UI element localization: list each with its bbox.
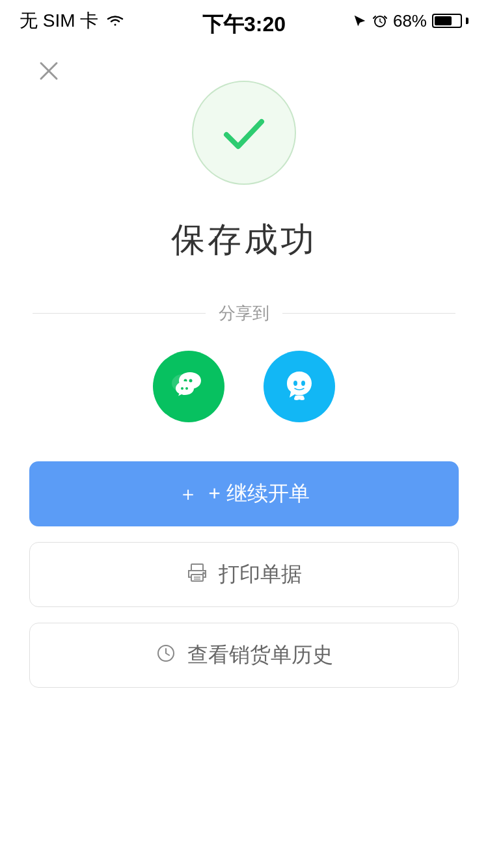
- history-button[interactable]: 查看销货单历史: [29, 623, 459, 688]
- status-time: 下午3:20: [202, 10, 286, 39]
- qq-share-button[interactable]: [264, 351, 335, 422]
- share-label: 分享到: [219, 302, 269, 325]
- location-icon: [353, 14, 367, 28]
- close-button[interactable]: [33, 55, 65, 87]
- continue-button[interactable]: ＋ + 继续开单: [29, 461, 459, 526]
- divider-right: [282, 313, 455, 314]
- plus-icon: ＋: [178, 481, 198, 508]
- status-right: 68%: [353, 11, 468, 31]
- battery-icon: [432, 14, 468, 28]
- svg-point-8: [293, 381, 297, 386]
- success-title: 保存成功: [171, 217, 317, 263]
- status-bar: 无 SIM 卡 下午3:20 68%: [0, 0, 488, 42]
- svg-point-5: [189, 379, 193, 383]
- svg-point-10: [289, 384, 294, 388]
- action-buttons: ＋ + 继续开单 打印单据: [29, 461, 459, 688]
- no-sim-text: 无 SIM 卡: [20, 8, 98, 33]
- printer-icon: [186, 562, 208, 588]
- svg-point-7: [185, 387, 188, 390]
- continue-label: + 继续开单: [208, 480, 310, 508]
- svg-rect-13: [191, 575, 203, 581]
- battery-percentage: 68%: [393, 11, 427, 31]
- print-button[interactable]: 打印单据: [29, 542, 459, 607]
- share-divider: 分享到: [33, 302, 455, 325]
- svg-rect-12: [191, 564, 203, 571]
- qq-icon: [277, 364, 322, 409]
- share-section: 分享到: [0, 302, 488, 422]
- main-content: 保存成功 分享到: [0, 42, 488, 688]
- print-label: 打印单据: [219, 560, 302, 589]
- clock-icon: [155, 642, 177, 669]
- wifi-icon: [105, 13, 126, 29]
- svg-point-6: [181, 387, 183, 390]
- status-left: 无 SIM 卡: [20, 8, 126, 33]
- divider-left: [33, 313, 206, 314]
- wechat-icon: [166, 364, 211, 409]
- svg-point-11: [305, 384, 310, 388]
- svg-point-16: [202, 572, 205, 575]
- share-icons: [33, 351, 455, 422]
- success-icon: [192, 81, 296, 185]
- wechat-share-button[interactable]: [153, 351, 224, 422]
- alarm-icon: [372, 13, 388, 29]
- history-label: 查看销货单历史: [187, 641, 333, 670]
- svg-point-9: [301, 381, 305, 386]
